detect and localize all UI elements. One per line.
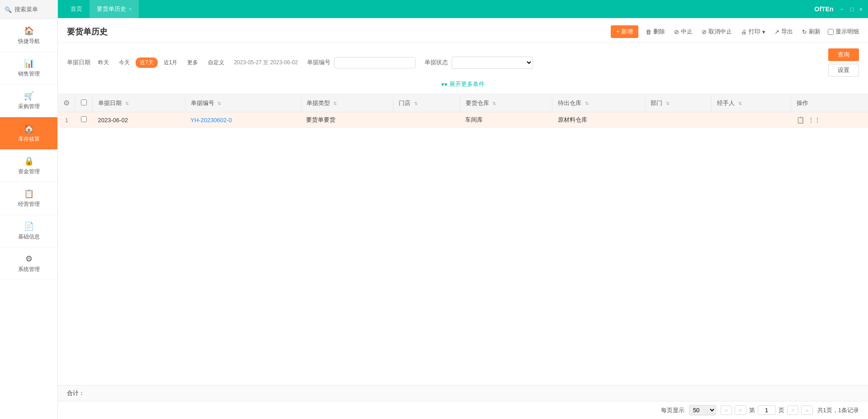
pagination-bar: 每页显示 10 20 50 100 « < 第 页 > » 共1页，1条记录	[58, 401, 868, 419]
date-btn-7days[interactable]: 近7天	[136, 57, 158, 68]
page-number-input[interactable]	[758, 405, 776, 415]
date-btn-1month[interactable]: 近1月	[160, 57, 182, 68]
query-button[interactable]: 查询	[828, 48, 859, 61]
col-handler-sort-icon[interactable]: ⇅	[738, 101, 742, 106]
tab-close-icon[interactable]: ×	[129, 6, 132, 12]
sidebar-item-finance[interactable]: 🔒 资金管理	[0, 150, 57, 182]
row-checkbox[interactable]	[81, 116, 87, 122]
display-cell-checkbox[interactable]	[828, 29, 834, 35]
order-no-input[interactable]	[334, 57, 415, 68]
col-store-sort-icon[interactable]: ⇅	[414, 101, 418, 106]
tab-home-label: 首页	[71, 5, 82, 13]
sidebar-item-sales[interactable]: 📊 销售管理	[0, 52, 57, 85]
col-settings-icon[interactable]: ⚙	[63, 99, 70, 107]
refresh-icon: ↻	[802, 29, 807, 35]
col-order-no-sort-icon[interactable]: ⇅	[217, 101, 221, 106]
window-maximize-btn[interactable]: □	[850, 6, 854, 13]
page-label-after: 页	[778, 406, 784, 414]
row-order-no-link[interactable]: YH-20230602-0	[190, 117, 232, 124]
tab-requisition-history[interactable]: 要货单历史 ×	[90, 0, 139, 18]
row-pending-warehouse: 原材料仓库	[552, 112, 645, 128]
col-order-no: 单据编号 ⇅	[185, 94, 301, 112]
per-page-select[interactable]: 10 20 50 100	[689, 405, 716, 415]
date-btn-today[interactable]: 今天	[115, 57, 134, 68]
print-dropdown-icon: ▾	[762, 29, 765, 35]
export-icon: ↗	[774, 29, 779, 35]
system-icon: ⚙	[25, 254, 33, 264]
sidebar-item-label: 快捷导航	[18, 38, 40, 45]
stop-button[interactable]: ⊘ 中止	[672, 27, 694, 37]
col-order-type: 单据类型 ⇅	[301, 94, 393, 112]
date-btn-more[interactable]: 更多	[183, 57, 202, 68]
display-cell-btn[interactable]: 显示明细	[828, 28, 859, 36]
stop-label: 中止	[681, 28, 693, 36]
topbar-right: OfTEn － □ ×	[815, 5, 863, 13]
sidebar-item-system[interactable]: ⚙ 系统管理	[0, 248, 57, 280]
col-date-sort-icon[interactable]: ⇅	[125, 101, 129, 106]
table-row: 1 2023-06-02 YH-20230602-0 要货单要货 车间库 原材料…	[58, 112, 868, 128]
new-button[interactable]: + 新增	[611, 25, 638, 38]
delete-icon: 🗑	[646, 29, 651, 35]
date-filter-group: 单据日期 昨天 今天 近7天 近1月 更多 自定义 2023-05-27 至 2…	[67, 57, 298, 68]
status-filter-group: 单据状态	[425, 57, 533, 69]
export-button[interactable]: ↗ 导出	[773, 27, 795, 37]
delete-button[interactable]: 🗑 删除	[644, 27, 667, 37]
page-info: 共1页，1条记录	[817, 406, 859, 414]
col-handler-label: 经手人	[717, 100, 735, 106]
setting-button[interactable]: 设置	[828, 64, 859, 76]
inventory-icon: 🏠	[24, 124, 34, 133]
print-button[interactable]: 🖨 打印 ▾	[739, 27, 767, 37]
order-no-label: 单据编号	[307, 58, 330, 67]
status-select[interactable]	[452, 57, 533, 69]
filter-area: 单据日期 昨天 今天 近7天 近1月 更多 自定义 2023-05-27 至 2…	[58, 43, 868, 94]
tab-home[interactable]: 首页	[63, 0, 90, 18]
sidebar-item-operations[interactable]: 📋 经营管理	[0, 182, 57, 215]
select-all-checkbox[interactable]	[81, 100, 87, 105]
row-store	[393, 112, 460, 128]
expand-label: 展开更多条件	[449, 80, 485, 88]
col-department-sort-icon[interactable]: ⇅	[666, 101, 670, 106]
col-pending-warehouse: 待出仓库 ⇅	[552, 94, 645, 112]
sidebar-search[interactable]: 🔍 搜索菜单	[0, 0, 57, 19]
page-title: 要货单历史	[67, 26, 108, 37]
refresh-button[interactable]: ↻ 刷新	[800, 27, 822, 37]
display-cell-label: 显示明细	[835, 28, 859, 36]
col-req-warehouse-sort-icon[interactable]: ⇅	[492, 101, 496, 106]
shortcuts-icon: 🏠	[24, 26, 34, 36]
col-store: 门店 ⇅	[393, 94, 460, 112]
total-label: 合计：	[67, 389, 85, 397]
first-page-btn[interactable]: «	[721, 405, 732, 415]
sidebar-item-label: 库存核算	[18, 135, 40, 143]
content-area: 要货单历史 + 新增 🗑 删除 ⊘ 中止 ⊘ 取消中止 🖨 打印	[58, 18, 868, 419]
order-no-filter-group: 单据编号	[307, 57, 415, 68]
row-more-icon[interactable]: ⋮⋮	[808, 116, 821, 124]
expand-filter-btn[interactable]: ▾▾ 展开更多条件	[441, 80, 485, 88]
sidebar-item-basic[interactable]: 📄 基础信息	[0, 215, 57, 248]
row-handler	[712, 112, 791, 128]
row-req-warehouse: 车间库	[460, 112, 552, 128]
date-filter-label: 单据日期	[67, 58, 90, 67]
col-date-label: 单据日期	[98, 100, 122, 106]
cancel-stop-button[interactable]: ⊘ 取消中止	[700, 27, 734, 37]
date-btn-yesterday[interactable]: 昨天	[94, 57, 113, 68]
window-minimize-btn[interactable]: －	[839, 5, 845, 13]
filter-actions: 查询 设置	[828, 48, 859, 76]
prev-page-btn[interactable]: <	[735, 405, 746, 415]
sidebar-item-purchase[interactable]: 🛒 采购管理	[0, 85, 57, 117]
col-pending-warehouse-sort-icon[interactable]: ⇅	[585, 101, 589, 106]
data-table: ⚙ 单据日期 ⇅ 单据编号 ⇅	[58, 94, 868, 128]
date-btn-custom[interactable]: 自定义	[204, 57, 228, 68]
last-page-btn[interactable]: »	[801, 405, 812, 415]
next-page-btn[interactable]: >	[787, 405, 799, 415]
sidebar-item-shortcuts[interactable]: 🏠 快捷导航	[0, 19, 57, 52]
window-close-btn[interactable]: ×	[859, 6, 863, 13]
col-order-no-label: 单据编号	[191, 100, 214, 106]
page-label-before: 第	[749, 406, 755, 414]
page-header: 要货单历史 + 新增 🗑 删除 ⊘ 中止 ⊘ 取消中止 🖨 打印	[58, 18, 868, 43]
row-edit-icon[interactable]: 📋	[797, 116, 804, 124]
sidebar-item-inventory[interactable]: 🏠 库存核算	[0, 117, 57, 150]
page-nav: « < 第 页 > »	[721, 405, 813, 415]
col-order-type-sort-icon[interactable]: ⇅	[333, 101, 337, 106]
row-department	[645, 112, 712, 128]
col-handler: 经手人 ⇅	[712, 94, 791, 112]
